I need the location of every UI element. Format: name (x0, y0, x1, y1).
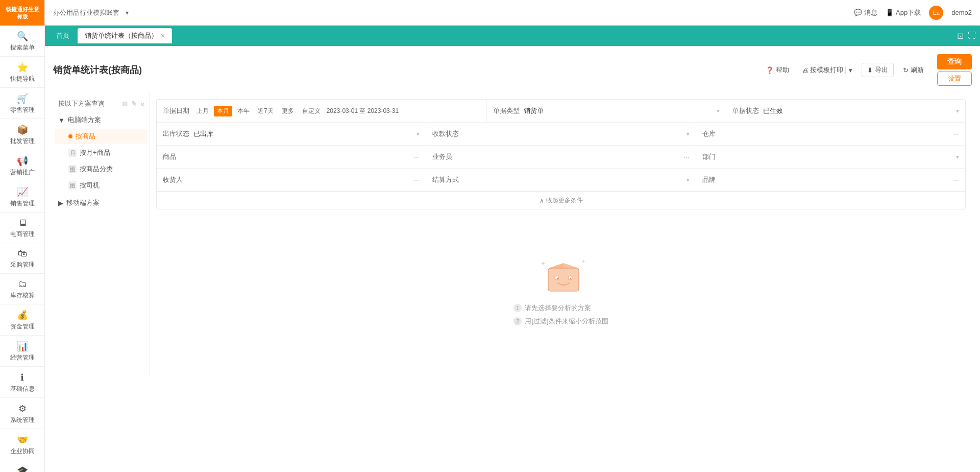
avatar[interactable]: Ea (929, 6, 943, 20)
filter-cell-salesperson: 业务员 ··· (426, 146, 696, 168)
help-button[interactable]: ❓ 帮助 (762, 63, 793, 77)
body-layout: 按以下方案查询 ⊕ ✎ « ▼ 电脑端方案 (53, 93, 972, 375)
receiver-dots[interactable]: ··· (414, 176, 420, 184)
collapse-button[interactable]: ∧ 收起更多条件 (540, 196, 583, 205)
sidebar-item-corp[interactable]: 🤝企业协同 (0, 429, 44, 460)
add-scheme-icon[interactable]: ⊕ (122, 100, 128, 108)
shortcut-more[interactable]: 更多 (279, 106, 297, 116)
status-value[interactable]: 已生效 ▾ (763, 106, 959, 115)
topbar: 办公用品行业模拟账套 ▾ 💬 消息 📱 App下载 Ea demo2 (45, 0, 980, 26)
filter-cell-dept: 部门 ▾ (696, 146, 965, 168)
scheme-item-by-driver[interactable]: 图 按司机 (55, 178, 148, 193)
warehouse-label: 仓库 (702, 129, 733, 138)
shortcut-this-month[interactable]: 本月 (214, 106, 232, 116)
sidebar-item-finance[interactable]: 💰资金管理 (0, 304, 44, 336)
sidebar-item-sales[interactable]: 📈销售管理 (0, 181, 44, 213)
print-button[interactable]: 🖨 按模板打印 ▾ (798, 63, 856, 77)
date-value: 上月 本月 本年 近7天 更多 自定义 2023-03-01 至 2023-03… (193, 106, 480, 116)
export-button[interactable]: ⬇ 导出 (862, 63, 894, 77)
outbound-value[interactable]: 已出库 ▾ (193, 129, 420, 138)
left-panel-header: 按以下方案查询 ⊕ ✎ « (53, 97, 150, 112)
tip-text-2: 用[过滤]条件来缩小分析范围 (525, 315, 608, 328)
sidebar-item-operation[interactable]: 📊经营管理 (0, 336, 44, 367)
sidebar-item-basic[interactable]: ℹ基础信息 (0, 367, 44, 398)
tab-home-label: 首页 (56, 31, 69, 40)
active-indicator (68, 134, 72, 138)
salesperson-dots[interactable]: ··· (683, 153, 690, 161)
scheme-group-mobile-arrow: ▶ (58, 199, 63, 207)
print-dropdown-arrow[interactable]: ▾ (845, 66, 852, 74)
username: demo2 (951, 9, 972, 16)
filter-row-1: 单据日期 上月 本月 本年 近7天 更多 自定义 (157, 100, 965, 123)
warehouse-value[interactable]: ··· (733, 130, 959, 138)
app-download-button[interactable]: 📱 App下载 (886, 8, 921, 17)
topbar-dropdown-icon[interactable]: ▾ (126, 9, 129, 16)
dept-value[interactable]: ▾ (733, 154, 959, 160)
scheme-item-by-category[interactable]: 图 按商品分类 (55, 161, 148, 177)
tip-num-2: 2 (513, 317, 522, 325)
query-button[interactable]: 查询 (937, 54, 972, 69)
right-panel: 单据日期 上月 本月 本年 近7天 更多 自定义 (150, 93, 972, 375)
collapse-icon: ∧ (540, 197, 544, 204)
collapse-panel-icon[interactable]: « (140, 100, 144, 108)
left-panel: 按以下方案查询 ⊕ ✎ « ▼ 电脑端方案 (53, 93, 150, 375)
tip-item-1: 1 请先选择要分析的方案 (513, 301, 608, 315)
maximize-icon[interactable]: ⛶ (968, 31, 976, 41)
shortcut-custom[interactable]: 自定义 (299, 106, 324, 116)
sidebar-nav: 🔍搜索菜单⭐快捷导航🛒零售管理📦批发管理📢营销推广📈销售管理🖥电商管理🛍采购管理… (0, 26, 44, 472)
payment-label: 收款状态 (432, 129, 463, 138)
brand-value[interactable]: ··· (733, 176, 959, 184)
scheme-item-by-month-product[interactable]: 月 按月+商品 (55, 145, 148, 160)
status-dropdown-arrow: ▾ (956, 108, 959, 114)
sidebar-item-marketing[interactable]: 📢营销推广 (0, 150, 44, 181)
sidebar-item-wholesale[interactable]: 📦批发管理 (0, 119, 44, 150)
sidebar: 畅捷通好生意 标版 🔍搜索菜单⭐快捷导航🛒零售管理📦批发管理📢营销推广📈销售管理… (0, 0, 45, 472)
product-dots[interactable]: ··· (414, 153, 420, 161)
tab-sales-stat-label: 销货单统计表（按商品） (85, 31, 158, 40)
tip-text-1: 请先选择要分析的方案 (525, 301, 591, 315)
settings-button[interactable]: 设置 (937, 72, 972, 86)
edit-scheme-icon[interactable]: ✎ (131, 100, 137, 108)
scheme-group-desktop-title[interactable]: ▼ 电脑端方案 (53, 112, 150, 128)
message-button[interactable]: 💬 消息 (854, 8, 877, 17)
sidebar-item-purchase[interactable]: 🛍采购管理 (0, 243, 44, 274)
scheme-item-icon2: 图 (68, 165, 77, 173)
finance-icon: 💰 (17, 310, 28, 321)
print-icon: 🖨 (802, 66, 809, 74)
help-icon: ❓ (766, 66, 774, 74)
status-label: 单据状态 (732, 106, 763, 115)
shortcut-last-month[interactable]: 上月 (193, 106, 212, 116)
salesperson-value[interactable]: ··· (463, 153, 689, 161)
shortcut-7days[interactable]: 近7天 (255, 106, 277, 116)
product-value[interactable]: ··· (193, 153, 420, 161)
tab-home[interactable]: 首页 (49, 28, 77, 43)
logo-text: 畅捷通好生意 标版 (6, 6, 39, 20)
sidebar-item-system[interactable]: ⚙系统管理 (0, 398, 44, 429)
scheme-item-by-product[interactable]: 按商品 (55, 129, 148, 144)
warehouse-dots[interactable]: ··· (953, 130, 959, 138)
filter-cell-warehouse: 仓库 ··· (696, 123, 965, 145)
payment-arrow: ▾ (687, 131, 690, 137)
tab-close-icon[interactable]: × (161, 32, 165, 39)
type-value[interactable]: 销货单 ▾ (524, 106, 720, 115)
sidebar-item-inventory[interactable]: 🗂库存核算 (0, 274, 44, 304)
payment-value[interactable]: ▾ (463, 131, 689, 137)
scheme-group-arrow: ▼ (58, 116, 65, 124)
sidebar-item-shortcut[interactable]: ⭐快捷导航 (0, 57, 44, 88)
empty-state: ✦ ✦ 1 请先选择要分析的方案 2 用[过滤]条件来缩小分析范围 (156, 209, 966, 369)
filter-container: 单据日期 上月 本月 本年 近7天 更多 自定义 (156, 99, 966, 209)
dept-arrow: ▾ (956, 154, 959, 160)
sidebar-item-retail[interactable]: 🛒零售管理 (0, 88, 44, 119)
minimize-icon[interactable]: ⊡ (957, 31, 964, 41)
payment-method-value[interactable]: ▾ (463, 177, 689, 183)
sidebar-item-search[interactable]: 🔍搜索菜单 (0, 26, 44, 57)
brand-dots[interactable]: ··· (953, 176, 959, 184)
sidebar-item-ecommerce[interactable]: 🖥电商管理 (0, 213, 44, 243)
tab-sales-stat[interactable]: 销货单统计表（按商品） × (78, 28, 172, 43)
shortcut-this-year[interactable]: 本年 (234, 106, 253, 116)
refresh-button[interactable]: ↻ 刷新 (899, 63, 928, 77)
receiver-value[interactable]: ··· (193, 176, 420, 184)
sidebar-item-guide[interactable]: 🎓新手引导 (0, 460, 44, 472)
scheme-group-mobile-title[interactable]: ▶ 移动端方案 (53, 195, 150, 210)
refresh-icon: ↻ (903, 66, 909, 74)
